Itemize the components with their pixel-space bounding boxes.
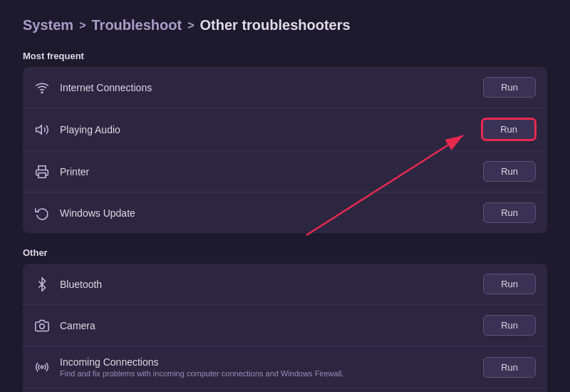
item-name-playing-audio: Playing Audio — [60, 124, 120, 135]
item-name-camera: Camera — [60, 320, 95, 331]
audio-icon — [34, 122, 50, 138]
item-name-printer: Printer — [60, 166, 89, 177]
other-label: Other — [23, 247, 547, 258]
item-text-camera: Camera — [60, 320, 95, 331]
item-left-incoming-connections: Incoming ConnectionsFind and fix problem… — [34, 356, 344, 378]
troubleshooter-item-windows-update: Windows UpdateRun — [23, 192, 547, 233]
svg-marker-1 — [36, 125, 42, 134]
bluetooth-icon — [34, 277, 50, 292]
troubleshooter-item-keyboard: KeyboardRun — [23, 388, 547, 392]
run-button-internet-connections[interactable]: Run — [483, 77, 536, 98]
svg-point-3 — [40, 324, 45, 329]
svg-point-4 — [41, 366, 43, 368]
breadcrumb-current: Other troubleshooters — [200, 17, 351, 33]
item-text-playing-audio: Playing Audio — [60, 124, 120, 135]
run-button-windows-update[interactable]: Run — [483, 202, 536, 223]
item-desc-incoming-connections: Find and fix problems with incoming comp… — [60, 369, 344, 378]
item-left-camera: Camera — [34, 318, 95, 334]
item-left-windows-update: Windows Update — [34, 205, 135, 221]
troubleshooter-item-playing-audio: Playing AudioRun — [23, 108, 547, 151]
item-name-bluetooth: Bluetooth — [60, 279, 102, 290]
item-name-internet-connections: Internet Connections — [60, 82, 152, 93]
network-icon — [34, 359, 50, 375]
item-text-windows-update: Windows Update — [60, 207, 135, 219]
troubleshooter-item-incoming-connections: Incoming ConnectionsFind and fix problem… — [23, 346, 547, 388]
run-button-bluetooth[interactable]: Run — [483, 274, 536, 294]
item-text-internet-connections: Internet Connections — [60, 82, 152, 93]
item-text-printer: Printer — [60, 166, 89, 177]
run-button-incoming-connections[interactable]: Run — [483, 357, 536, 378]
printer-icon — [34, 164, 50, 180]
breadcrumb-sep1: > — [79, 19, 86, 32]
item-name-incoming-connections: Incoming Connections — [60, 356, 344, 368]
svg-rect-2 — [38, 172, 46, 177]
troubleshooter-item-bluetooth: BluetoothRun — [23, 264, 547, 305]
run-button-printer[interactable]: Run — [483, 161, 536, 182]
breadcrumb-system[interactable]: System — [23, 17, 73, 33]
update-icon — [34, 205, 50, 221]
wifi-icon — [34, 80, 50, 96]
item-left-printer: Printer — [34, 164, 89, 180]
item-left-bluetooth: Bluetooth — [34, 277, 102, 292]
breadcrumb-sep2: > — [187, 19, 194, 32]
svg-point-0 — [41, 91, 43, 93]
troubleshooter-item-internet-connections: Internet ConnectionsRun — [23, 67, 547, 108]
page-container: System > Troubleshoot > Other troublesho… — [0, 0, 570, 392]
item-text-incoming-connections: Incoming ConnectionsFind and fix problem… — [60, 356, 344, 378]
item-left-internet-connections: Internet Connections — [34, 80, 152, 96]
most-frequent-label: Most frequent — [23, 51, 547, 61]
other-list: BluetoothRunCameraRunIncoming Connection… — [23, 264, 547, 392]
item-name-windows-update: Windows Update — [60, 207, 135, 219]
breadcrumb: System > Troubleshoot > Other troublesho… — [23, 17, 547, 33]
most-frequent-list: Internet ConnectionsRunPlaying AudioRunP… — [23, 67, 547, 233]
breadcrumb-troubleshoot[interactable]: Troubleshoot — [92, 17, 182, 33]
item-left-playing-audio: Playing Audio — [34, 122, 120, 138]
troubleshooter-item-printer: PrinterRun — [23, 151, 547, 192]
camera-icon — [34, 318, 50, 334]
run-button-playing-audio[interactable]: Run — [482, 118, 536, 140]
troubleshooter-item-camera: CameraRun — [23, 305, 547, 346]
run-button-camera[interactable]: Run — [483, 315, 536, 336]
item-text-bluetooth: Bluetooth — [60, 279, 102, 290]
